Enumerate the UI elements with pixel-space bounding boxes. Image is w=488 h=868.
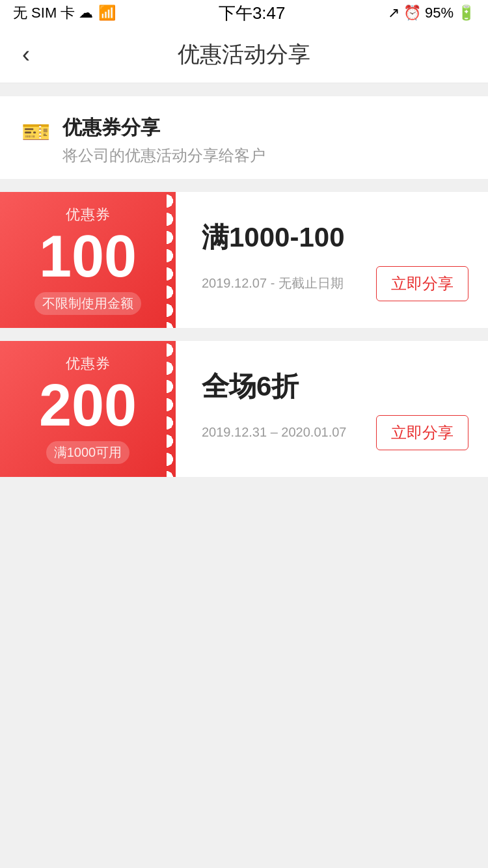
page-title: 优惠活动分享	[178, 40, 310, 70]
section-icon: 🎫	[20, 116, 52, 148]
coupon-card: 优惠券 200 满1000可用 全场6折 2019.12.31 – 2020.0…	[0, 341, 488, 477]
share-button-0[interactable]: 立即分享	[376, 266, 468, 301]
coupon-meta-1: 2019.12.31 – 2020.01.07 立即分享	[202, 415, 468, 450]
status-bar: 无 SIM 卡 ☁ 📶 下午3:47 ↗ ⏰ 95% 🔋	[0, 0, 488, 26]
battery-level: 95%	[425, 5, 454, 21]
coupon-right-1: 全场6折 2019.12.31 – 2020.01.07 立即分享	[176, 341, 488, 477]
wifi-icon: 📶	[98, 5, 116, 21]
coupon-amount-1: 200	[39, 376, 137, 435]
section-header: 🎫 优惠券分享 将公司的优惠活动分享给客户	[0, 96, 488, 179]
alarm-icon: ⏰	[403, 5, 421, 21]
status-right: ↗ ⏰ 95% 🔋	[388, 5, 475, 21]
back-button[interactable]: ‹	[16, 34, 36, 75]
section-title: 优惠券分享	[62, 115, 265, 141]
status-time: 下午3:47	[219, 2, 286, 25]
status-left: 无 SIM 卡 ☁ 📶	[13, 3, 116, 23]
coupon-right-0: 满1000-100 2019.12.07 - 无截止日期 立即分享	[176, 192, 488, 328]
coupon-name-1: 全场6折	[202, 368, 468, 405]
coupon-condition-0: 不限制使用金额	[34, 292, 141, 315]
nav-bar: ‹ 优惠活动分享	[0, 26, 488, 83]
coupon-condition-1: 满1000可用	[46, 441, 130, 464]
location-icon: ↗	[388, 5, 400, 21]
battery-icon: 🔋	[457, 5, 475, 21]
sim-signal: 无 SIM 卡 ☁	[13, 3, 93, 23]
coupon-card: 优惠券 100 不限制使用金额 满1000-100 2019.12.07 - 无…	[0, 192, 488, 328]
share-button-1[interactable]: 立即分享	[376, 415, 468, 450]
section-text-group: 优惠券分享 将公司的优惠活动分享给客户	[62, 115, 265, 166]
coupon-label-1: 优惠券	[66, 354, 111, 373]
coupon-date-1: 2019.12.31 – 2020.01.07	[202, 425, 370, 440]
coupon-name-0: 满1000-100	[202, 219, 468, 256]
coupon-left-1: 优惠券 200 满1000可用	[0, 341, 176, 477]
coupon-label-0: 优惠券	[66, 205, 111, 224]
coupon-date-0: 2019.12.07 - 无截止日期	[202, 275, 370, 292]
coupon-left-0: 优惠券 100 不限制使用金额	[0, 192, 176, 328]
coupon-amount-0: 100	[39, 227, 137, 286]
empty-area	[0, 490, 488, 815]
coupon-meta-0: 2019.12.07 - 无截止日期 立即分享	[202, 266, 468, 301]
section-subtitle: 将公司的优惠活动分享给客户	[62, 145, 265, 166]
coupon-list: 优惠券 100 不限制使用金额 满1000-100 2019.12.07 - 无…	[0, 192, 488, 490]
